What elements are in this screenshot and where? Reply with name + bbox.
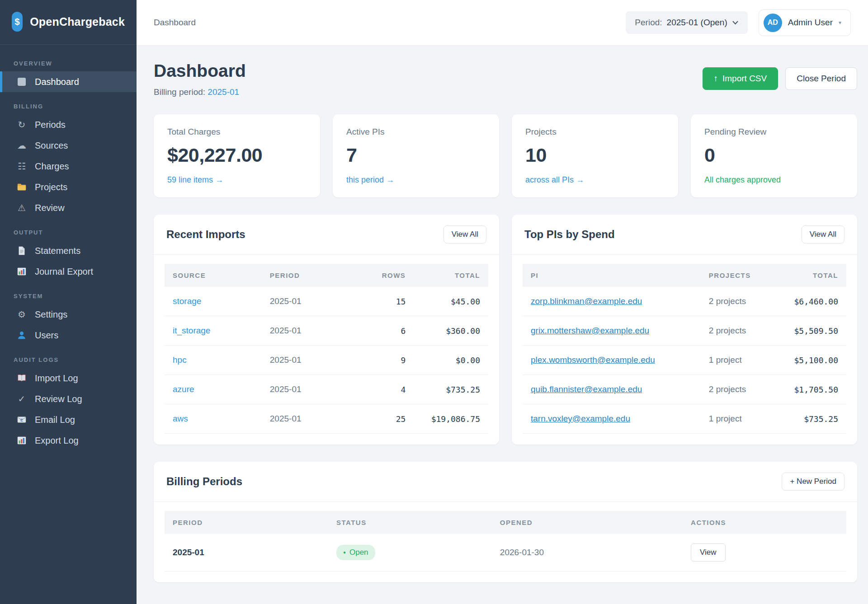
- column-header: Status: [328, 511, 492, 534]
- chevron-down-icon: [732, 20, 739, 25]
- column-header: Source: [165, 264, 262, 287]
- sidebar-item-sources[interactable]: ☁Sources: [0, 135, 137, 156]
- total-cell: $6,460.00: [785, 287, 846, 316]
- sidebar-item-periods[interactable]: ↻Periods: [0, 114, 137, 135]
- breadcrumb[interactable]: Dashboard: [154, 18, 196, 28]
- sidebar-item-import-log[interactable]: Import Log: [0, 368, 137, 389]
- stat-note: All charges approved: [704, 175, 781, 184]
- panel-title: Billing Periods: [166, 475, 242, 488]
- close-period-button[interactable]: Close Period: [785, 67, 857, 90]
- pi-email-link[interactable]: plex.wombsworth@example.edu: [531, 355, 655, 365]
- sidebar-item-label: Settings: [35, 309, 67, 320]
- rows-cell: 15: [359, 287, 414, 316]
- sidebar-item-label: Review: [35, 203, 65, 213]
- column-header: Total: [785, 264, 846, 287]
- sidebar-item-label: Import Log: [35, 373, 78, 384]
- sidebar-item-label: Periods: [35, 120, 66, 130]
- total-cell: $735.25: [785, 404, 846, 434]
- sidebar-item-review[interactable]: ⚠Review: [0, 197, 137, 218]
- sidebar-item-projects[interactable]: Projects: [0, 177, 137, 197]
- pi-cell: tarn.voxley@example.edu: [523, 404, 701, 434]
- svg-text:E: E: [20, 418, 23, 422]
- total-cell: $735.25: [414, 375, 488, 404]
- total-cell: $0.00: [414, 346, 488, 375]
- source-cell: hpc: [165, 346, 262, 375]
- sidebar-item-export-log[interactable]: Export Log: [0, 430, 137, 451]
- period-cell: 2025-01: [262, 375, 359, 404]
- billing-periods-table: Period Status Opened Actions 2025-01 ●: [165, 511, 846, 571]
- stat-card-pending-review: Pending Review 0 All charges approved: [691, 114, 857, 197]
- sidebar-item-settings[interactable]: ⚙Settings: [0, 304, 137, 325]
- source-link[interactable]: storage: [173, 296, 201, 306]
- period-cell: 2025-01: [262, 346, 359, 375]
- view-button[interactable]: View: [691, 543, 726, 562]
- warning-icon: ⚠: [16, 203, 28, 212]
- page-header: Dashboard Billing period: 2025-01 ↑ Impo…: [154, 61, 857, 97]
- table-row: grix.mottershaw@example.edu2 projects$5,…: [523, 316, 846, 346]
- total-cell: $1,705.50: [785, 375, 846, 404]
- table-row: hpc2025-019$0.00: [165, 346, 488, 375]
- column-header: Period: [262, 264, 359, 287]
- sidebar-item-label: Projects: [35, 182, 67, 192]
- sidebar-section-label-audit-logs: Audit Logs: [0, 346, 137, 368]
- sidebar-item-email-log[interactable]: EEmail Log: [0, 409, 137, 430]
- bar-chart-icon: [16, 267, 28, 276]
- view-all-button[interactable]: View All: [443, 225, 486, 243]
- app-logo: $ OpenChargeback: [0, 0, 137, 45]
- topbar: Dashboard Period: 2025-01 (Open) AD Admi…: [137, 0, 868, 46]
- pi-email-link[interactable]: grix.mottershaw@example.edu: [531, 326, 649, 335]
- stat-link[interactable]: across all PIs →: [525, 175, 584, 184]
- stat-value: 0: [704, 144, 844, 166]
- sidebar-item-statements[interactable]: Statements: [0, 240, 137, 261]
- list-icon: ☷: [16, 162, 28, 171]
- table-row: it_storage2025-016$360.00: [165, 316, 488, 346]
- source-cell: storage: [165, 287, 262, 316]
- total-cell: $45.00: [414, 287, 488, 316]
- source-link[interactable]: hpc: [173, 355, 187, 365]
- source-cell: it_storage: [165, 316, 262, 346]
- source-link[interactable]: it_storage: [173, 326, 210, 335]
- panel-header: Recent Imports View All: [154, 215, 499, 255]
- source-link[interactable]: aws: [173, 414, 188, 423]
- table-row: aws2025-0125$19,086.75: [165, 404, 488, 434]
- recent-imports-table: Source Period Rows Total storage2025-011…: [165, 264, 488, 434]
- stat-value: 10: [525, 144, 665, 166]
- sidebar-section-label-system: System: [0, 282, 137, 304]
- sidebar-item-label: Export Log: [35, 435, 79, 446]
- billing-periods-panel: Billing Periods + New Period Period Stat…: [154, 462, 857, 582]
- pi-email-link[interactable]: quib.flannister@example.edu: [531, 384, 642, 394]
- sidebar-item-users[interactable]: Users: [0, 325, 137, 346]
- column-header: Projects: [701, 264, 785, 287]
- column-header: PI: [523, 264, 701, 287]
- pi-email-link[interactable]: tarn.voxley@example.edu: [531, 414, 630, 423]
- total-cell: $19,086.75: [414, 404, 488, 434]
- source-link[interactable]: azure: [173, 384, 194, 394]
- period-select[interactable]: Period: 2025-01 (Open): [626, 11, 747, 34]
- header-actions: ↑ Import CSV Close Period: [703, 67, 857, 90]
- status-dot-icon: ●: [343, 550, 346, 555]
- panel-body: Period Status Opened Actions 2025-01 ●: [154, 502, 857, 582]
- pi-email-link[interactable]: zorp.blinkman@example.edu: [531, 296, 642, 306]
- sidebar-item-dashboard[interactable]: Dashboard: [0, 71, 137, 92]
- opened-cell: 2026-01-30: [492, 534, 683, 571]
- import-csv-button[interactable]: ↑ Import CSV: [703, 67, 778, 90]
- panel-title: Top PIs by Spend: [524, 228, 615, 241]
- sidebar-item-journal-export[interactable]: Journal Export: [0, 261, 137, 282]
- check-icon: ✓: [16, 394, 28, 403]
- bar-chart-icon: [16, 435, 28, 445]
- period-cell: 2025-01: [262, 316, 359, 346]
- user-menu[interactable]: AD Admin User ▾: [759, 9, 851, 36]
- stat-link[interactable]: this period →: [346, 175, 394, 184]
- sidebar-item-review-log[interactable]: ✓Review Log: [0, 389, 137, 409]
- gear-icon: ⚙: [16, 310, 28, 319]
- new-period-button[interactable]: + New Period: [782, 473, 844, 491]
- pi-cell: grix.mottershaw@example.edu: [523, 316, 701, 346]
- period-cell: 2025-01: [262, 287, 359, 316]
- stat-label: Total Charges: [167, 127, 307, 137]
- view-all-button[interactable]: View All: [802, 225, 844, 243]
- sidebar-section-label-output: Output: [0, 218, 137, 240]
- stat-link[interactable]: 59 line items →: [167, 175, 223, 184]
- sidebar-item-charges[interactable]: ☷Charges: [0, 156, 137, 177]
- billing-period-link[interactable]: 2025-01: [208, 87, 239, 97]
- column-header: Rows: [359, 264, 414, 287]
